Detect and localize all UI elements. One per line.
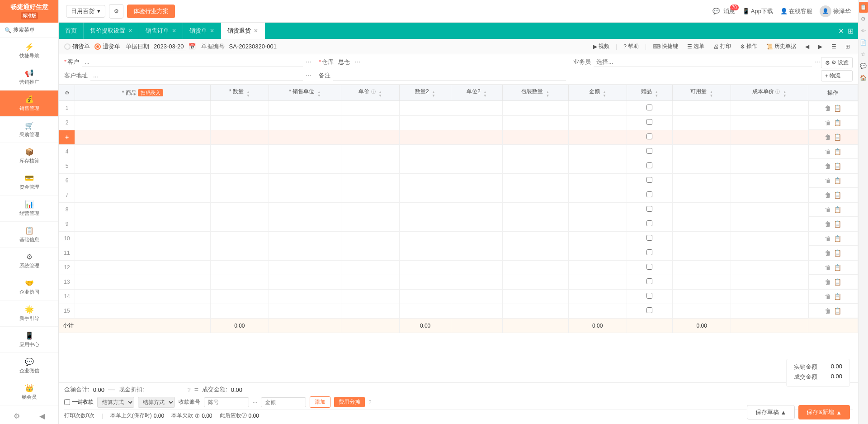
cost-price-cell[interactable] (731, 130, 808, 144)
save-new-btn[interactable]: 保存&新增 ▲ (798, 405, 850, 419)
add-payment-btn[interactable]: 添加 (310, 396, 330, 408)
available-sort[interactable]: ▲▼ (709, 91, 713, 98)
sidebar-collapse-icon[interactable]: ◀ (39, 412, 45, 420)
gift-cell[interactable] (627, 115, 673, 130)
qty2-cell[interactable] (400, 101, 451, 116)
select-btn[interactable]: ☰ 选单 (684, 42, 707, 51)
price-cell[interactable] (341, 130, 400, 144)
tab-close-all-icon[interactable]: ✕ (838, 27, 844, 35)
delete-icon[interactable]: 🗑 (825, 206, 831, 213)
right-panel-settings-icon[interactable]: ⚙ (859, 14, 868, 24)
copy-icon[interactable]: 📋 (834, 148, 841, 155)
tab-price-setting[interactable]: 售价提取设置 ✕ (84, 23, 139, 39)
copy-icon[interactable]: 📋 (834, 206, 841, 213)
product-cell[interactable] (75, 115, 211, 130)
cost-price-info-icon[interactable]: ⓘ (775, 89, 780, 94)
fee-help-icon[interactable]: ? (368, 399, 372, 405)
product-cell[interactable] (75, 101, 211, 116)
account-input[interactable] (204, 397, 249, 407)
qty2-cell[interactable] (400, 130, 451, 144)
discount-help-icon[interactable]: ? (188, 386, 191, 393)
gift-checkbox[interactable] (646, 105, 652, 110)
sidebar-item-marketing[interactable]: 📢 营销推广 (0, 64, 58, 91)
pack-qty-cell[interactable] (502, 115, 568, 130)
unit2-cell[interactable] (451, 130, 503, 144)
unit2-cell[interactable] (451, 115, 503, 130)
gift-cell[interactable] (627, 101, 673, 116)
delete-icon[interactable]: 🗑 (825, 264, 831, 271)
sidebar-item-appstore[interactable]: 📱 应用中心 (0, 327, 58, 353)
tab-expand-icon[interactable]: ⊞ (848, 27, 854, 35)
sidebar-settings-icon[interactable]: ⚙ (14, 412, 20, 420)
customer-more-btn[interactable]: ··· (306, 58, 311, 66)
right-panel-doc-icon[interactable]: 📄 (859, 37, 868, 48)
cost-price-cell[interactable] (731, 115, 808, 130)
calendar-icon[interactable]: 📅 (189, 43, 196, 50)
staff-input[interactable] (594, 57, 812, 67)
history-btn[interactable]: 📜 历史单据 (764, 42, 799, 51)
delete-icon[interactable]: 🗑 (825, 220, 831, 228)
tab-price-setting-close[interactable]: ✕ (128, 28, 132, 34)
qty-sort[interactable]: ▲▼ (246, 91, 250, 98)
pack-qty-cell[interactable] (502, 130, 568, 144)
sidebar-item-inventory[interactable]: 📦 库存核算 (0, 143, 58, 169)
tab-sales-return-close[interactable]: ✕ (254, 28, 258, 34)
address-input[interactable] (90, 71, 303, 81)
available-cell[interactable] (673, 101, 731, 116)
right-panel-edit-icon[interactable]: ✏ (859, 25, 868, 36)
radio-delivery[interactable]: 销货单 (64, 43, 90, 51)
delete-icon[interactable]: 🗑 (825, 177, 831, 184)
tab-home[interactable]: 首页 (59, 23, 84, 39)
tab-sales-delivery[interactable]: 销货单 ✕ (183, 23, 221, 39)
quantity-cell[interactable] (210, 130, 269, 144)
help-btn[interactable]: ? 帮助 (621, 42, 642, 51)
delete-icon[interactable]: 🗑 (825, 235, 831, 242)
tab-sales-delivery-close[interactable]: ✕ (210, 28, 214, 34)
sidebar-item-quicknav[interactable]: ⚡ 快捷导航 (0, 38, 58, 64)
delete-icon[interactable]: 🗑 (825, 148, 831, 155)
app-download[interactable]: 📱 App下载 (742, 7, 773, 15)
one-click-payment-input[interactable] (64, 399, 70, 405)
user-menu[interactable]: 👤 徐泽华 (820, 5, 851, 17)
daily-select[interactable]: 日用百货 ▾ (66, 5, 105, 18)
online-service[interactable]: 👤 在线客服 (780, 7, 812, 15)
right-panel-note-icon[interactable]: 📋 (859, 2, 868, 13)
qty2-sort[interactable]: ▲▼ (432, 91, 435, 98)
fee-btn[interactable]: 费用分摊 (334, 397, 365, 407)
right-panel-chat-icon[interactable]: 💬 (859, 61, 868, 71)
sub-method-select[interactable]: 结算方式 (138, 397, 175, 408)
product-input-cell[interactable] (75, 130, 211, 144)
copy-icon[interactable]: 📋 (834, 293, 841, 300)
sidebar-item-system[interactable]: ⚙ 系统管理 (0, 248, 58, 274)
unit-cell[interactable] (269, 115, 341, 130)
copy-icon[interactable]: 📋 (834, 235, 841, 242)
copy-icon[interactable]: 📋 (834, 119, 841, 126)
gift-sort[interactable]: ▲▼ (655, 91, 658, 98)
operate-btn[interactable]: ⚙ 操作 (737, 42, 760, 51)
pack-qty-cell[interactable] (502, 101, 568, 116)
product-input[interactable] (78, 134, 208, 140)
tab-sales-return[interactable]: 销货退货 ✕ (221, 23, 265, 39)
print-btn[interactable]: 🖨 打印 (711, 42, 734, 51)
quantity-cell[interactable] (210, 101, 269, 116)
th-settings[interactable]: ⚙ (59, 85, 75, 101)
sidebar-item-wechat[interactable]: 💬 企业微信 (0, 353, 58, 379)
delete-icon[interactable]: 🗑 (825, 105, 831, 112)
add-row-cell[interactable]: + (59, 130, 75, 144)
copy-icon[interactable]: 📋 (834, 177, 841, 184)
sidebar-item-basic[interactable]: 📋 基础信息 (0, 222, 58, 248)
copy-icon[interactable]: 📋 (834, 278, 841, 286)
sidebar-item-sales[interactable]: 💰 销售管理 (0, 91, 58, 117)
available-cell[interactable] (673, 115, 731, 130)
sidebar-item-member[interactable]: 👑 畅会员 (0, 379, 58, 405)
one-click-payment-checkbox[interactable]: 一键收款 (64, 398, 94, 406)
right-panel-star-icon[interactable]: ☆ (859, 49, 868, 60)
unit-sort[interactable]: ▲▼ (317, 91, 321, 98)
settings-action-btn[interactable]: ⚙ ⚙ 设置 (821, 57, 853, 68)
add-row-btn[interactable]: + (62, 132, 72, 142)
copy-icon[interactable]: 📋 (834, 191, 841, 199)
cost-sort[interactable]: ▲▼ (783, 91, 787, 98)
copy-icon[interactable]: 📋 (834, 249, 841, 257)
prev-btn[interactable]: ◀ (802, 43, 812, 51)
price-cell[interactable] (341, 101, 400, 116)
